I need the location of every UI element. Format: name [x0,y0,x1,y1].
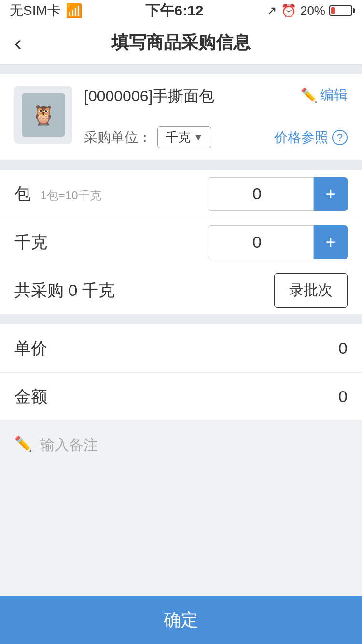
section-divider [0,315,362,324]
total-unit: 千克 [82,281,115,299]
location-icon: ↗ [266,3,277,18]
product-name-text: 手撕面包 [153,87,214,105]
question-icon: ? [332,130,348,145]
top-divider [0,65,362,74]
amount-value: 0 [338,387,348,406]
nav-bar: ‹ 填写商品采购信息 [0,21,362,65]
bao-plus-button[interactable]: + [314,177,348,211]
amount-label: 金额 [14,386,338,408]
kg-plus-button[interactable]: + [314,225,348,259]
purchase-unit-label: 采购单位： [84,128,152,147]
time-display: 下午6:12 [145,1,203,21]
product-id: [0000006] [84,87,153,105]
dropdown-arrow-icon: ▼ [194,132,203,143]
product-logo-icon: 🦉 [31,104,56,126]
unit-value: 千克 [166,129,191,146]
unit-price-value: 0 [338,339,348,358]
amount-row: 金额 0 [0,373,362,421]
price-ref-label: 价格参照 [274,128,328,147]
unit-price-row: 单价 0 [0,324,362,373]
product-info: [0000006]手撕面包 ✏️ 编辑 采购单位： 千克 ▼ 价格参照 ? [84,86,348,148]
status-right: ↗ ⏰ 20% [266,3,352,18]
product-image: 🦉 [14,86,72,144]
page-title: 填写商品采购信息 [111,31,251,55]
total-label: 共采购 [14,281,64,299]
battery-indicator [329,5,352,16]
edit-button[interactable]: ✏️ 编辑 [301,86,348,104]
pencil-icon: ✏️ [14,435,32,452]
product-card: 🦉 [0000006]手撕面包 ✏️ 编辑 采购单位： 千克 ▼ 价格参照 [0,74,362,160]
confirm-button-label: 确定 [164,608,198,632]
bao-row: 包 1包=10千克 + [0,170,362,218]
price-ref-button[interactable]: 价格参照 ? [274,128,348,147]
total-value: 0 [68,281,77,299]
summary-text: 共采购 0 千克 [14,280,274,302]
battery-fill [331,7,335,14]
kg-row: 千克 + [0,218,362,266]
wifi-icon: 📶 [66,3,83,19]
edit-icon: ✏️ [301,87,318,103]
unit-dropdown[interactable]: 千克 ▼ [157,126,211,148]
kg-input-container: + [208,225,348,259]
product-meta: 采购单位： 千克 ▼ 价格参照 ? [84,126,348,148]
kg-input[interactable] [208,225,314,259]
status-bar: 无SIM卡 📶 下午6:12 ↗ ⏰ 20% [0,0,362,21]
unit-price-label: 单价 [14,337,338,360]
bao-sub-label: 1包=10千克 [40,189,101,202]
middle-divider [0,160,362,170]
notes-area[interactable]: ✏️ 输入备注 [0,421,362,566]
bao-input-container: + [208,177,348,211]
status-left: 无SIM卡 📶 [10,1,83,20]
notes-placeholder: 输入备注 [40,435,98,455]
alarm-icon: ⏰ [281,3,296,18]
confirm-button[interactable]: 确定 [0,596,362,644]
product-header: [0000006]手撕面包 ✏️ 编辑 [84,86,348,117]
bao-label: 包 [14,184,31,203]
product-image-inner: 🦉 [22,93,65,137]
purchase-unit: 采购单位： 千克 ▼ [84,126,211,148]
edit-label: 编辑 [320,86,348,104]
bao-input[interactable] [208,177,314,211]
battery-percent: 20% [300,3,325,18]
bao-label-container: 包 1包=10千克 [14,183,208,205]
summary-row: 共采购 0 千克 录批次 [0,266,362,315]
product-name: [0000006]手撕面包 [84,86,214,107]
kg-label: 千克 [14,231,208,253]
carrier-label: 无SIM卡 [10,1,61,20]
batch-button[interactable]: 录批次 [274,273,348,308]
back-button[interactable]: ‹ [14,32,22,54]
